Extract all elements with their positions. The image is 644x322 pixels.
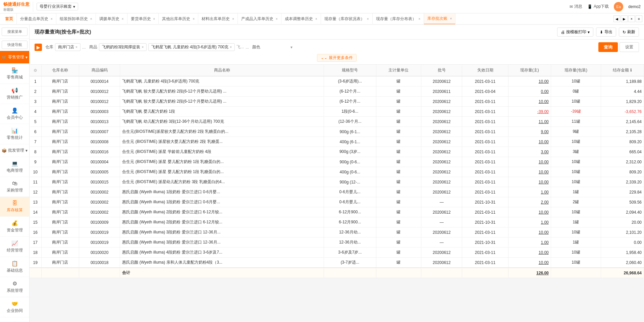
tab-kucun-pici[interactable]: 库存批次账 × [424, 13, 455, 24]
tab-close-xian-cun-kucun[interactable]: × [367, 17, 369, 21]
jingying-icon: 📈 [11, 240, 18, 247]
row-qty-main[interactable]: 10.00 [508, 76, 551, 87]
tab-prev-btn[interactable]: ◀ [613, 15, 620, 22]
table-settings-icon[interactable]: ⚙ [34, 68, 37, 73]
sidebar-item-lingshao[interactable]: 🛒 零售管理 ▾ [0, 51, 29, 64]
row-qty-main[interactable]: 10.00 [508, 137, 551, 147]
sidebar-item-tongji[interactable]: 📊 零售统计 [0, 124, 29, 144]
row-qty-main[interactable]: 10.00 [508, 258, 551, 268]
sidebar-item-kucun[interactable]: 🗄 库存核算 [0, 197, 29, 217]
row-qty-main[interactable]: 3.00 [508, 147, 551, 157]
tab-xian-cun-kucun[interactable]: 现存量（库存状况表） × [321, 13, 373, 24]
message-btn[interactable]: ✉ 消息 [570, 4, 582, 9]
row-warehouse: 南岸门店 [41, 207, 79, 217]
tab-yao-huo[interactable]: 要货单历史 × [127, 13, 159, 24]
product-tag-1[interactable]: 飞鹤星飞帆 儿童奶粉 4段(3-6岁适用) 700克 × [148, 43, 235, 51]
row-qty-main[interactable]: 1.00 [508, 237, 551, 248]
settings-btn[interactable]: 设置 [620, 42, 639, 52]
row-qty-main[interactable]: 0.00 [508, 87, 551, 97]
account-dropdown[interactable]: 母婴行业演示账套 ▾ [37, 3, 78, 10]
row-unit: 罐 [376, 87, 421, 97]
inventory-table: ⚙ 仓库名称 商品编码 商品名称 规格型号 主计量单位 批号 失效日期 现存量(… [30, 65, 644, 278]
sidebar-item-yingxiao[interactable]: 📢 营销推广 [0, 84, 29, 104]
row-batch: 20200612 [421, 76, 462, 87]
tab-zu-chai[interactable]: 组装拆卸单历史 × [56, 13, 96, 24]
search-menu-btn[interactable]: 搜索菜单 [2, 28, 28, 36]
tab-cheng-ben[interactable]: 成本调整单历史 × [281, 13, 321, 24]
warehouse-tag-remove[interactable]: × [75, 45, 77, 49]
tab-close-chan-pin[interactable]: × [276, 17, 278, 21]
table-row: 19 南岸门店 00100018 惠氏启颜 (Wyeth illuma) 亲和人… [30, 258, 644, 268]
sidebar-item-huiyuan[interactable]: 👤 会员中心 [0, 104, 29, 124]
row-warehouse: 南岸门店 [41, 127, 79, 137]
tab-home[interactable]: 首页 [2, 13, 17, 24]
row-qty-main[interactable]: 10.00 [508, 207, 551, 217]
tab-close-all-btn[interactable]: × [628, 15, 635, 22]
sidebar-item-qiye[interactable]: 🤝 企业协同 [0, 297, 29, 317]
tab-next-btn[interactable]: ▶ [621, 15, 628, 22]
export-btn[interactable]: ⬇ 导出 [596, 28, 616, 37]
tab-close-cheng-ben[interactable]: × [315, 17, 317, 21]
col-amount: 结存金额 ℹ [601, 65, 644, 76]
tab-cai-liao[interactable]: 材料出库单历史 × [198, 13, 238, 24]
row-qty-main[interactable]: 10.00 [508, 167, 551, 177]
row-qty-main[interactable]: 10.00 [508, 248, 551, 258]
tab-close-cai-liao[interactable]: × [232, 17, 234, 21]
row-qty-main[interactable]: 10.00 [508, 177, 551, 187]
tab-xian-cun-fenpei[interactable]: 现存量（库存分布表） × [373, 13, 424, 24]
row-qty-main[interactable]: 10.00 [508, 227, 551, 237]
row-code: 00100004 [79, 157, 120, 167]
refresh-btn[interactable]: ↻ 刷新 [619, 28, 639, 37]
tab-close-kucun-pici[interactable]: × [450, 17, 452, 20]
tab-close-tiao-bo[interactable]: × [122, 17, 124, 21]
row-qty-main[interactable]: 1.00 [508, 187, 551, 197]
product-ellipsis[interactable]: ... [246, 45, 249, 50]
print-btn[interactable]: 🖨 按模板打印 ▾ [557, 28, 593, 37]
expand-icon: ⌄⌄ [321, 55, 327, 60]
product-tag-1-remove[interactable]: × [230, 45, 232, 49]
product-more-btn[interactable]: 飞... [236, 44, 244, 50]
footer-total-qty[interactable]: 126.00 [508, 268, 551, 278]
tab-close-fen-pan[interactable]: × [51, 17, 53, 21]
filter-area: ▶ 仓库 南岸门店 × ... 商品 [30, 40, 644, 65]
row-batch: 20200612 [421, 167, 462, 177]
sidebar-item-caigou[interactable]: 🛍 采购管理 [0, 177, 29, 197]
filter-toggle-btn[interactable]: ▶ [35, 44, 42, 51]
row-qty-main[interactable]: -39.00 [508, 107, 551, 117]
warehouse-more-btn[interactable]: ... [82, 45, 86, 50]
tab-fen-pan[interactable]: 分量盘点单历史 × [17, 13, 56, 24]
expand-more-btn[interactable]: ⌄⌄ 展开更多条件 [317, 54, 356, 62]
col-settings[interactable]: ⚙ [30, 65, 41, 76]
row-qty-main[interactable]: 11.00 [508, 117, 551, 127]
product-tag-0[interactable]: 飞鹤奶粉3段闻撑提装 × [99, 43, 147, 51]
tab-close-yao-huo[interactable]: × [153, 17, 155, 21]
row-qty-main[interactable]: 10.00 [508, 157, 551, 167]
search-btn[interactable]: 查询 [598, 42, 618, 52]
sidebar-item-xitong[interactable]: ⚙ 系统管理 [0, 277, 29, 297]
tab-chan-pin[interactable]: 产成品入库单历史 × [238, 13, 281, 24]
sidebar-item-jichu[interactable]: 📋 基础信息 [0, 257, 29, 277]
sidebar-item-dianshang[interactable]: 💻 电商管理 [0, 157, 29, 177]
warehouse-tag-nanao[interactable]: 南岸门店 × [55, 43, 80, 51]
sidebar-item-shangcheng[interactable]: 🏪 零售商城 [0, 64, 29, 84]
sidebar-item-zijin[interactable]: 💰 资金管理 [0, 217, 29, 237]
sidebar-item-xinshou[interactable]: 📖 新手引导 [0, 317, 29, 322]
sidebar-item-pifa[interactable]: 📦 批发管理 ▾ [0, 144, 29, 157]
row-qty-main[interactable]: 10.00 [508, 97, 551, 107]
row-expire: 2021-03-04 [462, 87, 508, 97]
row-qty-main[interactable]: 9.00 [508, 127, 551, 137]
quick-nav-btn[interactable]: 快捷导航 [2, 41, 28, 49]
row-qty-main[interactable]: 2.00 [508, 197, 551, 207]
product-tag-0-remove[interactable]: × [142, 45, 144, 49]
tab-qi-ta-chu[interactable]: 其他出库单历史 × [159, 13, 198, 24]
tab-close-qi-ta-chu[interactable]: × [193, 17, 195, 21]
color-dropdown-arrow[interactable]: ▾ [290, 45, 292, 50]
app-download-btn[interactable]: 📱 App下载 [587, 4, 609, 9]
tab-tiao-bo[interactable]: 调拨单历史 × [96, 13, 127, 24]
user-avatar[interactable]: Ea [614, 2, 623, 11]
tab-close-xian-cun-fenpei[interactable]: × [419, 17, 421, 21]
tab-menu-btn[interactable]: ≡ [636, 15, 642, 22]
sidebar-item-jingying[interactable]: 📈 经营管理 [0, 237, 29, 257]
row-qty-main[interactable]: 1.00 [508, 217, 551, 227]
tab-close-zu-chai[interactable]: × [90, 17, 92, 21]
